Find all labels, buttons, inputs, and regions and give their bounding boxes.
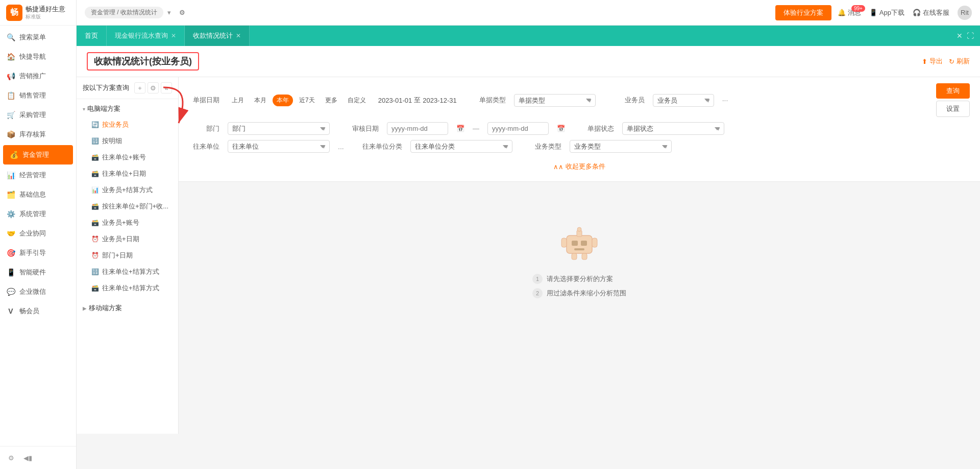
scheme-item-sales-account[interactable]: 🗃️ 业务员+账号 (77, 215, 178, 231)
sidebar-item-basicinfo[interactable]: 🗂️ 基础信息 (0, 185, 76, 204)
scheme-salesperson-icon: 🔄 (91, 121, 99, 129)
tab-fullscreen-button[interactable]: ⛶ (967, 32, 974, 40)
sidebar-item-purchase[interactable]: 🛒 采购管理 (0, 105, 76, 125)
step-1-text: 请先选择要分析的方案 (547, 274, 613, 284)
audit-date-to-input[interactable] (487, 122, 549, 135)
audit-date-from-calendar-icon[interactable]: 📅 (456, 125, 464, 133)
voucher-type-select[interactable]: 单据类型 (514, 94, 596, 107)
date-tab-more[interactable]: 更多 (321, 95, 341, 106)
mobile-scheme-arrow-icon: ▶ (83, 306, 87, 311)
business-type-select-wrapper: 业务类型 (570, 140, 672, 153)
sidebar-item-wechat[interactable]: 💬 企业微信 (0, 282, 76, 301)
sidebar-collapse-button[interactable]: ◀▮ (21, 452, 34, 464)
date-range: 2023-01-01 至 2023-12-31 (378, 96, 457, 105)
scheme-item-unit-settlement2[interactable]: 🗃️ 往来单位+结算方式 (77, 280, 178, 296)
voucher-status-select[interactable]: 单据状态 (622, 122, 724, 135)
salesperson-more-button[interactable]: ··· (722, 96, 728, 104)
panel-add-button[interactable]: + (134, 82, 145, 93)
sidebar-item-operations[interactable]: 📊 经营管理 (0, 166, 76, 185)
audit-date-to-calendar-icon[interactable]: 📅 (557, 125, 565, 133)
partner-label: 往来单位 (189, 142, 219, 151)
scheme-item-unit-account[interactable]: 🗃️ 往来单位+账号 (77, 149, 178, 166)
business-type-select[interactable]: 业务类型 (570, 140, 672, 153)
sidebar-item-sales[interactable]: 📋 销售管理 (0, 86, 76, 105)
trial-button[interactable]: 体验行业方案 (775, 5, 831, 20)
date-tab-this-year[interactable]: 本年 (273, 95, 293, 106)
topbar-gear-button[interactable]: ⚙ (175, 6, 189, 20)
sidebar: 畅 畅捷通好生意 标准版 🔍 搜索菜单 🏠 快捷导航 📢 营销推广 📋 销售管理… (0, 0, 77, 469)
topbar-right: 🔔 消息 99+ 📱 App下载 🎧 在线客服 Rit (838, 6, 972, 20)
date-label: 单据日期 (189, 96, 219, 105)
sidebar-item-search[interactable]: 🔍 搜索菜单 (0, 28, 76, 47)
page-actions: ⬆ 导出 ↻ 刷新 (922, 57, 970, 66)
salesperson-label: 业务员 (614, 96, 645, 105)
tab-receipt[interactable]: 收款情况统计 ✕ (185, 26, 250, 46)
sidebar-item-member[interactable]: V 畅会员 (0, 301, 76, 321)
scheme-unit-account-icon: 🗃️ (91, 153, 99, 161)
online-service-button[interactable]: 🎧 在线客服 (913, 8, 949, 17)
sidebar-item-quicknav[interactable]: 🏠 快捷导航 (0, 47, 76, 66)
scheme-item-unit-dept-recv[interactable]: 🗃️ 按往来单位+部门+收... (77, 198, 178, 215)
message-button[interactable]: 🔔 消息 99+ (838, 8, 861, 17)
audit-date-from-input[interactable] (387, 122, 448, 135)
sidebar-item-enterprise[interactable]: 🤝 企业协同 (0, 224, 76, 243)
scheme-sales-settlement-icon: 📊 (91, 186, 99, 194)
svg-rect-6 (561, 238, 567, 247)
dept-select-wrapper: 部门 (228, 122, 330, 135)
mobile-scheme-group-header[interactable]: ▶ 移动端方案 (77, 300, 178, 316)
app-download-button[interactable]: 📱 App下载 (869, 8, 904, 17)
date-tab-last-month[interactable]: 上月 (228, 95, 248, 106)
right-panel: 单据日期 上月 本月 本年 近7天 更多 自定义 2023-01-01 至 (179, 77, 980, 434)
scheme-item-dept-date[interactable]: ⏰ 部门+日期 (77, 247, 178, 264)
sidebar-item-guide[interactable]: 🎯 新手引导 (0, 243, 76, 263)
marketing-icon: 📢 (6, 72, 15, 81)
tab-bank-close[interactable]: ✕ (171, 32, 176, 39)
scheme-item-sales-settlement[interactable]: 📊 业务员+结算方式 (77, 182, 178, 198)
partner-select[interactable]: 往来单位 (228, 140, 330, 153)
service-icon: 🎧 (913, 9, 921, 16)
sidebar-item-hardware[interactable]: 📱 智能硬件 (0, 263, 76, 282)
user-avatar[interactable]: Rit (958, 6, 972, 20)
scheme-item-sales-date[interactable]: ⏰ 业务员+日期 (77, 231, 178, 247)
breadcrumb-dropdown[interactable]: ▾ (167, 9, 171, 16)
tab-home[interactable]: 首页 (77, 26, 107, 46)
partner-more-button[interactable]: ... (338, 143, 344, 151)
query-button[interactable]: 查询 (936, 83, 970, 99)
scheme-item-detail[interactable]: 🔢 按明细 (77, 133, 178, 149)
scheme-item-unit-date[interactable]: 🗃️ 往来单位+日期 (77, 166, 178, 182)
tab-close-all-button[interactable]: ✕ (957, 32, 963, 40)
message-badge: 99+ (851, 5, 865, 12)
sidebar-item-marketing[interactable]: 📢 营销推广 (0, 66, 76, 86)
sidebar-footer: ⚙ ◀▮ (0, 446, 76, 469)
step-2-text: 用过滤条件来缩小分析范围 (547, 289, 626, 298)
scheme-item-salesperson[interactable]: 🔄 按业务员 (77, 116, 178, 133)
sidebar-item-system[interactable]: ⚙️ 系统管理 (0, 204, 76, 224)
filter-area: 单据日期 上月 本月 本年 近7天 更多 自定义 2023-01-01 至 (179, 77, 980, 182)
filter-settings-button[interactable]: 设置 (936, 101, 970, 117)
dept-select[interactable]: 部门 (228, 122, 330, 135)
export-button[interactable]: ⬆ 导出 (922, 57, 943, 66)
tab-bank[interactable]: 现金银行流水查询 ✕ (107, 26, 185, 46)
salesperson-select[interactable]: 业务员 (653, 94, 714, 107)
tab-receipt-close[interactable]: ✕ (236, 32, 241, 39)
voucher-status-select-wrapper: 单据状态 (622, 122, 724, 135)
refresh-button[interactable]: ↻ 刷新 (949, 57, 970, 66)
partner-category-select[interactable]: 往来单位分类 (410, 140, 512, 153)
panel-collapse-button[interactable]: « (161, 82, 172, 93)
panel-settings-button[interactable]: ⚙ (148, 82, 159, 93)
sidebar-item-finance[interactable]: 💰 资金管理 (3, 145, 73, 165)
audit-date-label: 审核日期 (348, 124, 379, 133)
collapse-filter-button[interactable]: ∧∧ 收起更多条件 (189, 158, 970, 175)
sidebar-item-inventory[interactable]: 📦 库存核算 (0, 125, 76, 144)
mobile-scheme-label: 移动端方案 (89, 303, 122, 313)
svg-rect-3 (574, 248, 584, 250)
svg-rect-8 (572, 253, 577, 260)
scheme-item-unit-settlement1[interactable]: 🔢 往来单位+结算方式 (77, 264, 178, 280)
date-tab-last-7[interactable]: 近7天 (295, 95, 319, 106)
pc-scheme-group-header[interactable]: ▾ 电脑端方案 (77, 101, 178, 116)
date-tab-custom[interactable]: 自定义 (344, 95, 370, 106)
sidebar-gear-button[interactable]: ⚙ (5, 452, 17, 464)
breadcrumb: 资金管理 / 收款情况统计 (85, 7, 163, 18)
date-tab-this-month[interactable]: 本月 (250, 95, 271, 106)
logo-area: 畅 畅捷通好生意 标准版 (0, 0, 76, 26)
